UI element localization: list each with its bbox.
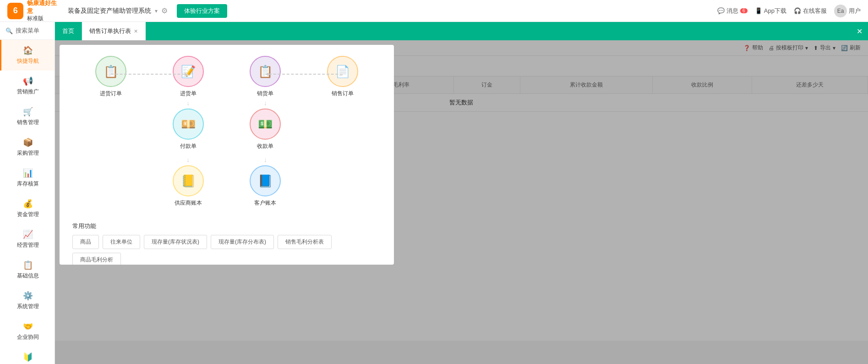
online-service-item[interactable]: 🎧 在线客服 [794,7,827,15]
main-area: 🔍 搜索菜单 🏠 快捷导航 📢 营销推广 🛒 销售管理 📦 采购管理 📊 [0,22,868,364]
sidebar-item-newbie[interactable]: 🔰 新手引导 [0,347,55,364]
sidebar-label-basic-info: 基础信息 [17,272,39,280]
flow-node-purchase-order[interactable]: 📋 进货订单 [72,56,150,98]
message-badge: 6 [740,8,748,13]
home-icon: 🏠 [23,45,33,55]
avatar: Ea [834,5,847,17]
sales-order-exec-label: 销售订单执行表 [89,27,131,35]
sidebar-label-inventory: 库存核算 [17,180,39,188]
marketing-icon: 📢 [23,76,33,86]
tab-close-icon[interactable]: ✕ [134,28,138,34]
app-download-item[interactable]: 📱 App下载 [755,7,786,15]
purchase-slip-label: 进货单 [180,90,197,98]
flow-node-supplier-ledger[interactable]: 📒 供应商账本 [150,165,227,211]
system-title-area: 装备及固定资产辅助管理系统 ▾ ⚙ [68,6,168,15]
func-buttons-row1: 商品 往来单位 现存量(库存状况表) 现存量(库存分布表) 销售毛利分析表 商品… [72,235,381,265]
flow-node-sales-order[interactable]: 📄 销售订单 [304,56,382,98]
arrow-down-receipt: ↓ [227,154,304,165]
flow-node-receipt[interactable]: 💵 收款单 [227,109,304,154]
arrow-down-sales: ↓ [227,98,304,109]
arrow-down-payment: ↓ [150,154,227,165]
receipt-circle: 💵 [250,109,281,140]
func-btn-sales-profit[interactable]: 销售毛利分析表 [278,235,332,249]
sidebar-label-purchase: 采购管理 [17,149,39,157]
app-download-label: App下载 [764,7,786,15]
sidebar-item-marketing[interactable]: 📢 营销推广 [0,71,55,101]
supplier-ledger-label: 供应商账本 [175,199,202,207]
close-all-tabs-button[interactable]: ✕ [857,27,863,36]
customer-ledger-label: 客户账本 [254,199,276,207]
headset-icon: 🎧 [794,7,801,14]
purchase-order-label: 进货订单 [100,90,122,98]
spacer3 [72,109,150,154]
func-btn-product[interactable]: 商品 [72,235,99,249]
sidebar: 🔍 搜索菜单 🏠 快捷导航 📢 营销推广 🛒 销售管理 📦 采购管理 📊 [0,22,55,364]
sales-icon: 🛒 [23,107,33,117]
arrow-down-purchase: ↓ [150,98,227,109]
sidebar-item-system[interactable]: ⚙️ 系统管理 [0,285,55,316]
sidebar-label-operations: 经营管理 [17,241,39,249]
user-item[interactable]: Ea 用户 [834,5,861,17]
sidebar-item-purchase[interactable]: 📦 采购管理 [0,132,55,163]
sidebar-label-sales: 销售管理 [17,119,39,126]
sidebar-item-enterprise[interactable]: 🤝 企业协同 [0,316,55,347]
sidebar-label-enterprise: 企业协同 [17,333,39,341]
sidebar-item-finance[interactable]: 💰 资金管理 [0,193,55,224]
inventory-icon: 📊 [23,168,33,178]
flow-node-payment[interactable]: 💴 付款单 [150,109,227,154]
sidebar-item-operations[interactable]: 📈 经营管理 [0,224,55,255]
quick-guide-panel: 📋 进货订单 ▶ [60,45,394,265]
sidebar-label-finance: 资金管理 [17,211,39,218]
sidebar-item-basic-info[interactable]: 📋 基础信息 [0,255,55,285]
flow-diagram: 📋 进货订单 ▶ [72,56,381,211]
flow-node-sales-slip[interactable]: ◀ 📋 销货单 [227,56,304,98]
receipt-label: 收款单 [257,142,273,150]
brand-text: 畅康通好生意 标准版 [27,0,62,22]
top-right-area: 💬 消息 6 📱 App下载 🎧 在线客服 Ea 用户 [717,5,861,17]
spacer5 [72,154,150,165]
message-item[interactable]: 💬 消息 6 [717,7,748,15]
finance-icon: 💰 [23,199,33,209]
payment-circle: 💴 [173,109,204,140]
sidebar-search[interactable]: 🔍 搜索菜单 [0,22,55,40]
sidebar-label-quick-nav: 快捷导航 [17,57,39,65]
func-btn-product-profit[interactable]: 商品毛利分析 [72,253,121,265]
sidebar-item-quick-nav[interactable]: 🏠 快捷导航 [0,40,55,71]
sidebar-search-label: 搜索菜单 [16,27,39,35]
common-functions: 常用功能 商品 往来单位 现存量(库存状况表) 现存量(库存分布表) 销售毛利分… [72,222,381,265]
func-btn-partner[interactable]: 往来单位 [103,235,140,249]
settings-icon[interactable]: ⚙ [161,6,168,15]
user-label: 用户 [849,7,861,15]
operations-icon: 📈 [23,229,33,239]
page-content: ❓ 帮助 🖨 按模板打印 ▾ ⬆ 导出 ▾ 🔄 [55,40,868,364]
tab-sales-order-exec[interactable]: 销售订单执行表 ✕ [82,22,146,40]
payment-label: 付款单 [180,142,197,150]
supplier-ledger-circle: 📒 [173,165,204,196]
enterprise-icon: 🤝 [23,321,33,331]
newbie-icon: 🔰 [23,352,33,362]
dropdown-arrow-icon[interactable]: ▾ [155,8,158,14]
overlay-backdrop[interactable]: 📋 进货订单 ▶ [55,40,868,364]
top-bar: 6 畅康通好生意 标准版 装备及固定资产辅助管理系统 ▾ ⚙ 体验行业方案 💬 … [0,0,868,22]
sales-slip-label: 销货单 [257,90,273,98]
app-logo-icon: 6 [7,3,23,19]
online-service-label: 在线客服 [803,7,827,15]
tab-bar: 首页 销售订单执行表 ✕ ✕ [55,22,868,40]
spacer2 [304,98,382,109]
spacer7 [72,165,150,211]
message-icon: 💬 [717,7,725,14]
sidebar-item-inventory[interactable]: 📊 库存核算 [0,163,55,193]
basic-info-icon: 📋 [23,260,33,270]
purchase-icon: 📦 [23,137,33,147]
trial-button[interactable]: 体验行业方案 [177,4,227,18]
func-btn-stock-dist[interactable]: 现存量(库存分布表) [211,235,274,249]
tab-home[interactable]: 首页 [55,22,82,40]
spacer8 [304,165,382,211]
message-label: 消息 [726,7,738,15]
func-btn-stock-status[interactable]: 现存量(库存状况表) [144,235,207,249]
sidebar-item-sales[interactable]: 🛒 销售管理 [0,101,55,132]
flow-node-purchase-slip[interactable]: ▶ 📝 进货单 [150,56,227,98]
sidebar-label-system: 系统管理 [17,303,39,310]
logo-area: 6 畅康通好生意 标准版 [7,0,62,22]
flow-node-customer-ledger[interactable]: 📘 客户账本 [227,165,304,211]
